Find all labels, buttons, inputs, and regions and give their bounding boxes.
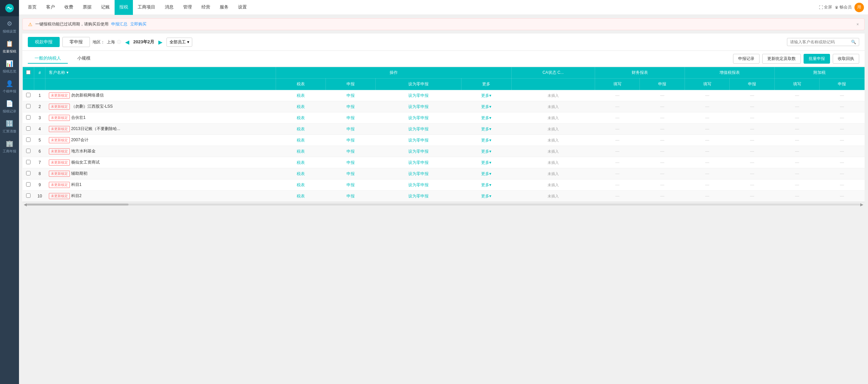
scroll-left-arrow[interactable]: ◀ xyxy=(24,202,27,207)
row-action-zero[interactable]: 设为零申报 xyxy=(376,191,461,202)
buy-link[interactable]: 立即购买 xyxy=(130,21,146,27)
row-checkbox[interactable] xyxy=(26,104,31,108)
row-action-taxform[interactable]: 税表 xyxy=(276,191,326,202)
tax-declaration-tab[interactable]: 税款申报 xyxy=(28,37,60,47)
row-action-zero[interactable]: 设为零申报 xyxy=(376,157,461,168)
user-avatar[interactable]: 用 xyxy=(854,3,864,12)
nav-home[interactable]: 首页 xyxy=(23,0,41,15)
row-action-taxform[interactable]: 税表 xyxy=(276,135,326,146)
row-action-more[interactable]: 更多▾ xyxy=(461,101,511,112)
nav-manage[interactable]: 管理 xyxy=(178,0,197,15)
fullscreen-button[interactable]: ⛶ 全屏 xyxy=(819,4,832,10)
search-input[interactable] xyxy=(790,40,851,44)
row-checkbox[interactable] xyxy=(26,160,31,164)
row-action-zero[interactable]: 设为零申报 xyxy=(376,124,461,135)
row-checkbox[interactable] xyxy=(26,149,31,153)
banner-close-button[interactable]: × xyxy=(856,22,859,27)
row-action-zero[interactable]: 设为零申报 xyxy=(376,135,461,146)
row-ca-status: 未插入 xyxy=(511,157,595,168)
record-button[interactable]: 申报记录 xyxy=(733,54,760,64)
row-checkbox[interactable] xyxy=(26,193,31,198)
row-tax-fill: — xyxy=(685,157,730,168)
row-action-zero[interactable]: 设为零申报 xyxy=(376,112,461,124)
zero-declaration-tab[interactable]: 零申报 xyxy=(62,37,90,47)
summary-link[interactable]: 申报汇总 xyxy=(111,21,127,27)
row-finance-fill: — xyxy=(595,179,640,191)
nav-fees[interactable]: 收费 xyxy=(60,0,78,15)
batch-submit-button[interactable]: 批量申报 xyxy=(804,54,830,64)
row-checkbox[interactable] xyxy=(26,93,31,97)
row-action-taxform[interactable]: 税表 xyxy=(276,146,326,157)
row-finance-fill: — xyxy=(595,168,640,179)
nav-settings[interactable]: 设置 xyxy=(233,0,252,15)
small-scale-tab[interactable]: 小规模 xyxy=(71,54,97,64)
row-action-taxform[interactable]: 税表 xyxy=(276,112,326,124)
row-action-taxform[interactable]: 税表 xyxy=(276,124,326,135)
row-checkbox[interactable] xyxy=(26,171,31,175)
row-action-zero[interactable]: 设为零申报 xyxy=(376,101,461,112)
row-action-submit[interactable]: 申报 xyxy=(326,90,375,101)
row-action-submit[interactable]: 申报 xyxy=(326,191,375,202)
next-period-button[interactable]: ▶ xyxy=(157,39,164,45)
row-action-submit[interactable]: 申报 xyxy=(326,135,375,146)
sidebar-item-personal-tax[interactable]: 👤 个税申报 xyxy=(0,76,19,96)
row-action-zero[interactable]: 设为零申报 xyxy=(376,179,461,191)
row-action-more[interactable]: 更多▾ xyxy=(461,124,511,135)
scroll-right-arrow[interactable]: ▶ xyxy=(860,202,863,207)
scroll-thumb xyxy=(27,204,129,206)
sidebar-item-batch-tax[interactable]: 📋 批量报税 xyxy=(0,36,19,56)
row-action-more[interactable]: 更多▾ xyxy=(461,157,511,168)
row-action-submit[interactable]: 申报 xyxy=(326,179,375,191)
row-action-taxform[interactable]: 税表 xyxy=(276,101,326,112)
nav-messages[interactable]: 消息 xyxy=(160,0,178,15)
row-action-more[interactable]: 更多▾ xyxy=(461,112,511,124)
row-action-more[interactable]: 更多▾ xyxy=(461,146,511,157)
row-action-taxform[interactable]: 税表 xyxy=(276,157,326,168)
row-action-more[interactable]: 更多▾ xyxy=(461,191,511,202)
row-tax-submit: — xyxy=(730,157,775,168)
row-action-submit[interactable]: 申报 xyxy=(326,124,375,135)
nav-invoices[interactable]: 票据 xyxy=(78,0,96,15)
table-row: 5 未更新核定2007会计 税表 申报 设为零申报 更多▾ 未插入 — — — … xyxy=(23,135,865,146)
sidebar-item-tax-settings[interactable]: ⚙ 报税设置 xyxy=(0,16,19,36)
retrieve-button[interactable]: 收取回执 xyxy=(833,54,859,64)
row-action-submit[interactable]: 申报 xyxy=(326,157,375,168)
row-action-submit[interactable]: 申报 xyxy=(326,101,375,112)
nav-operation[interactable]: 经营 xyxy=(197,0,215,15)
row-action-taxform[interactable]: 税表 xyxy=(276,179,326,191)
nav-service[interactable]: 服务 xyxy=(215,0,233,15)
row-action-more[interactable]: 更多▾ xyxy=(461,135,511,146)
row-action-zero[interactable]: 设为零申报 xyxy=(376,90,461,101)
sidebar-item-tax-records[interactable]: 📄 报税记录 xyxy=(0,96,19,116)
nav-business[interactable]: 工商项目 xyxy=(133,0,160,15)
sidebar-item-annual-report[interactable]: 🏢 工商年报 xyxy=(0,136,19,156)
nav-customers[interactable]: 客户 xyxy=(41,0,60,15)
general-taxpayer-tab[interactable]: 一般的纳税人 xyxy=(28,54,68,64)
update-button[interactable]: 更新统定及取数 xyxy=(762,54,801,64)
row-add-fill: — xyxy=(774,101,820,112)
row-action-submit[interactable]: 申报 xyxy=(326,146,375,157)
row-finance-submit: — xyxy=(640,112,685,124)
row-checkbox[interactable] xyxy=(26,182,31,187)
row-action-taxform[interactable]: 税表 xyxy=(276,168,326,179)
row-action-submit[interactable]: 申报 xyxy=(326,112,375,124)
row-action-zero[interactable]: 设为零申报 xyxy=(376,146,461,157)
prev-period-button[interactable]: ◀ xyxy=(124,39,131,45)
row-checkbox[interactable] xyxy=(26,137,31,142)
department-select[interactable]: 全部员工 ▾ xyxy=(166,38,192,47)
horizontal-scrollbar[interactable]: ◀ ▶ xyxy=(22,202,865,207)
row-action-more[interactable]: 更多▾ xyxy=(461,168,511,179)
upgrade-button[interactable]: ♛ 畅会员 xyxy=(835,4,852,10)
row-action-taxform[interactable]: 税表 xyxy=(276,90,326,101)
row-action-zero[interactable]: 设为零申报 xyxy=(376,168,461,179)
select-all-checkbox[interactable] xyxy=(26,70,31,74)
sidebar-item-tax-overview[interactable]: 📊 报税总览 xyxy=(0,56,19,76)
row-action-more[interactable]: 更多▾ xyxy=(461,90,511,101)
row-action-submit[interactable]: 申报 xyxy=(326,168,375,179)
sidebar-item-settlement[interactable]: 🔢 汇算清缴 xyxy=(0,116,19,136)
row-checkbox[interactable] xyxy=(26,126,31,131)
nav-tax[interactable]: 报税 xyxy=(115,0,133,15)
row-action-more[interactable]: 更多▾ xyxy=(461,179,511,191)
row-checkbox[interactable] xyxy=(26,115,31,120)
nav-accounting[interactable]: 记账 xyxy=(96,0,115,15)
